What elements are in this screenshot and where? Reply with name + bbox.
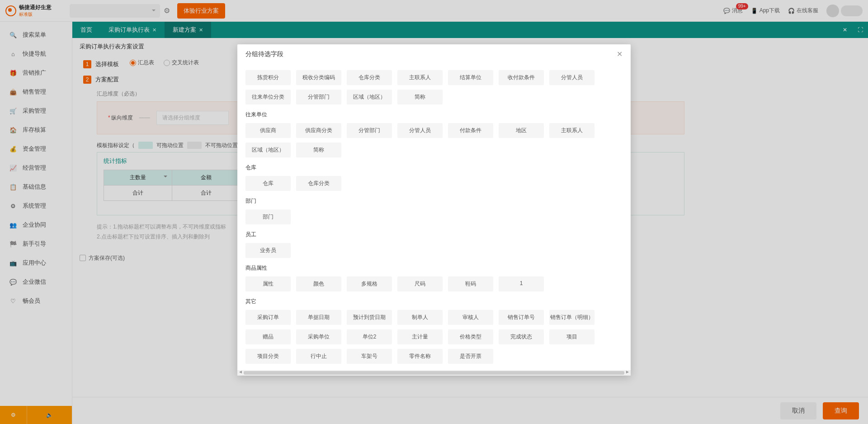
field-chip[interactable]: 分管部门 [347, 123, 392, 138]
field-group-title: 员工 [245, 231, 629, 238]
field-chip[interactable]: 供应商分类 [296, 123, 341, 138]
field-chip[interactable]: 结算单位 [448, 70, 493, 85]
group-field-modal: 分组待选字段 ✕ 拣货积分税收分类编码仓库分类主联系人结算单位收付款条件分管人员… [237, 44, 631, 376]
field-chip[interactable]: 分管部门 [296, 90, 341, 105]
field-chip[interactable]: 销售订单（明细） [549, 310, 594, 325]
field-chip[interactable]: 1 [499, 276, 544, 291]
field-chip[interactable]: 审核人 [448, 310, 493, 325]
field-chip[interactable]: 收付款条件 [499, 70, 544, 85]
field-chip[interactable]: 地区 [499, 123, 544, 138]
field-chip[interactable]: 赠品 [245, 329, 291, 344]
field-chip[interactable]: 主计量 [397, 329, 443, 344]
field-chip[interactable]: 项目 [549, 329, 594, 344]
modal-close-button[interactable]: ✕ [617, 50, 623, 58]
field-chip[interactable]: 预计到货日期 [347, 310, 392, 325]
field-group-title: 部门 [245, 197, 629, 205]
field-chip[interactable]: 销售订单号 [499, 310, 544, 325]
field-chip[interactable]: 供应商 [245, 123, 291, 138]
field-chip[interactable]: 业务员 [245, 243, 291, 258]
field-chip[interactable]: 区域（地区） [347, 90, 392, 105]
modal-horizontal-scrollbar[interactable] [237, 370, 631, 376]
field-group: 仓库仓库仓库分类 [245, 164, 629, 191]
field-chip[interactable]: 制单人 [397, 310, 443, 325]
modal-header: 分组待选字段 ✕ [237, 44, 631, 64]
field-chip[interactable]: 往来单位分类 [245, 90, 291, 105]
modal-title: 分组待选字段 [245, 50, 283, 58]
field-group-title: 往来单位 [245, 111, 629, 119]
field-group-title: 其它 [245, 298, 629, 305]
field-group-title: 商品属性 [245, 264, 629, 272]
field-chip[interactable]: 采购单位 [296, 329, 341, 344]
field-chip[interactable]: 行中止 [296, 349, 341, 364]
field-chip[interactable]: 拣货积分 [245, 70, 291, 85]
field-chip[interactable]: 零件名称 [397, 349, 443, 364]
field-group: 往来单位供应商供应商分类分管部门分管人员付款条件地区主联系人区域（地区）简称 [245, 111, 629, 157]
field-chip[interactable]: 单据日期 [296, 310, 341, 325]
field-chip[interactable]: 主联系人 [397, 70, 443, 85]
field-chip[interactable]: 多规格 [347, 276, 392, 291]
field-chip[interactable]: 付款条件 [448, 123, 493, 138]
field-group: 员工业务员 [245, 231, 629, 258]
field-chip[interactable]: 颜色 [296, 276, 341, 291]
field-chip[interactable]: 简称 [296, 143, 341, 157]
field-chip[interactable]: 价格类型 [448, 329, 493, 344]
field-chip[interactable]: 属性 [245, 276, 291, 291]
field-chip[interactable]: 分管人员 [549, 70, 594, 85]
field-chip[interactable]: 项目分类 [245, 349, 291, 364]
field-chip[interactable]: 分管人员 [397, 123, 443, 138]
field-chip[interactable]: 完成状态 [499, 329, 544, 344]
field-chip[interactable]: 车架号 [347, 349, 392, 364]
field-chip[interactable]: 尺码 [397, 276, 443, 291]
field-chip[interactable]: 主联系人 [549, 123, 594, 138]
field-group-title: 仓库 [245, 164, 629, 172]
field-group: 其它采购订单单据日期预计到货日期制单人审核人销售订单号销售订单（明细）赠品采购单… [245, 298, 629, 364]
modal-body[interactable]: 拣货积分税收分类编码仓库分类主联系人结算单位收付款条件分管人员往来单位分类分管部… [237, 64, 631, 368]
field-chip[interactable]: 是否开票 [448, 349, 493, 364]
field-chip[interactable]: 部门 [245, 210, 291, 224]
field-chip[interactable]: 仓库分类 [296, 176, 341, 191]
field-chip[interactable]: 税收分类编码 [296, 70, 341, 85]
field-chip[interactable]: 鞋码 [448, 276, 493, 291]
field-group: 部门部门 [245, 197, 629, 224]
field-group: 拣货积分税收分类编码仓库分类主联系人结算单位收付款条件分管人员往来单位分类分管部… [245, 70, 629, 105]
field-chip[interactable]: 单位2 [347, 329, 392, 344]
field-chip[interactable]: 采购订单 [245, 310, 291, 325]
field-chip[interactable]: 简称 [397, 90, 443, 105]
field-chip[interactable]: 仓库 [245, 176, 291, 191]
field-chip[interactable]: 仓库分类 [347, 70, 392, 85]
field-chip[interactable]: 区域（地区） [245, 143, 291, 157]
field-group: 商品属性属性颜色多规格尺码鞋码1 [245, 264, 629, 291]
